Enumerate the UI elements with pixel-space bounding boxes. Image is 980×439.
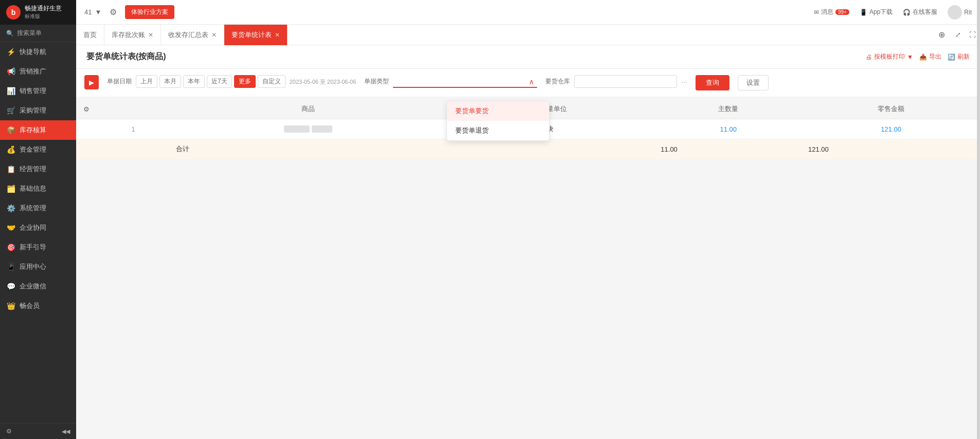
store-selector[interactable]: 41 ▼	[84, 8, 101, 16]
sidebar-item-finance[interactable]: 💰 资金管理	[0, 140, 76, 159]
sidebar-item-operations[interactable]: 📋 经营管理	[0, 159, 76, 179]
date-btn-custom[interactable]: 自定义	[258, 75, 286, 88]
tab-expand-btn[interactable]: ⊕	[932, 30, 951, 40]
date-btn-last-month[interactable]: 上月	[136, 75, 157, 88]
sidebar-item-label: 应用中心	[20, 262, 46, 271]
finance-icon: 💰	[6, 145, 15, 154]
date-filter-label: 单据日期	[107, 77, 132, 86]
date-btn-last-7-days[interactable]: 近7天	[207, 75, 232, 88]
sidebar-settings-icon[interactable]: ⚙	[6, 428, 12, 435]
header-right: ✉ 消息 99+ 📱 App下载 🎧 在线客服 Rit	[814, 5, 972, 20]
tab-collapse-btn[interactable]: ⤢	[951, 31, 965, 39]
message-label: 消息	[821, 8, 833, 16]
col-quantity-header: 主数量	[654, 99, 802, 119]
sidebar-item-label: 快捷导航	[20, 47, 46, 57]
warehouse-filter-group: 要货仓库 ···	[545, 75, 687, 88]
sidebar-item-marketing[interactable]: 📢 营销推广	[0, 62, 76, 81]
table-settings-icon[interactable]: ⚙	[83, 105, 90, 113]
tab-batch-account[interactable]: 库存批次账 ✕	[104, 25, 161, 45]
tab-collection-close[interactable]: ✕	[211, 31, 217, 39]
query-button[interactable]: 查询	[696, 75, 729, 90]
sales-icon: 📊	[6, 87, 15, 95]
page-content: 要货单统计表(按商品) 🖨 按模板打印 ▼ 📤 导出 🔄 刷新	[76, 45, 980, 439]
settings-button[interactable]: 设置	[738, 75, 769, 90]
user-name: Rit	[964, 9, 972, 16]
sidebar-item-system[interactable]: ⚙️ 系统管理	[0, 198, 76, 218]
type-filter-input[interactable]	[393, 75, 537, 88]
row-quantity-cell: 11.00	[654, 119, 802, 139]
date-btn-this-year[interactable]: 本年	[183, 75, 205, 88]
refresh-btn[interactable]: 🔄 刷新	[948, 52, 970, 61]
right-resize-handle[interactable]	[977, 0, 980, 439]
message-btn[interactable]: ✉ 消息 99+	[814, 8, 849, 16]
message-badge: 99+	[835, 9, 849, 15]
inventory-icon: 📦	[6, 126, 15, 134]
sidebar-nav: ⚡ 快捷导航 📢 营销推广 📊 销售管理 🛒 采购管理 📦 库存核算 💰 资金管…	[0, 42, 76, 423]
sidebar-item-label: 新手引导	[20, 243, 46, 252]
row-settings-cell	[76, 119, 97, 139]
trial-button[interactable]: 体验行业方案	[125, 5, 174, 19]
sidebar-item-enterprise[interactable]: 🤝 企业协同	[0, 218, 76, 237]
print-dropdown-icon: ▼	[907, 53, 913, 61]
app-download-label: App下载	[869, 8, 893, 16]
tab-order-stat-close[interactable]: ✕	[275, 31, 280, 39]
sidebar-item-guide[interactable]: 🎯 新手引导	[0, 237, 76, 257]
page-title: 要货单统计表(按商品)	[86, 51, 166, 62]
type-input-wrapper: ∧	[393, 75, 537, 88]
tab-batch-account-label: 库存批次账	[112, 30, 145, 40]
tab-order-stat[interactable]: 要货单统计表 ✕	[224, 25, 288, 45]
sidebar-item-inventory[interactable]: 📦 库存核算	[0, 120, 76, 140]
warehouse-more-btn[interactable]: ···	[681, 78, 687, 86]
sidebar-item-sales[interactable]: 📊 销售管理	[0, 81, 76, 101]
warehouse-filter-input[interactable]	[574, 75, 677, 88]
message-icon: ✉	[814, 9, 819, 16]
export-btn[interactable]: 📤 导出	[919, 52, 941, 61]
product-skeleton-1	[284, 125, 310, 133]
online-service-btn[interactable]: 🎧 在线客服	[903, 8, 937, 16]
store-dropdown-icon: ▼	[95, 8, 101, 16]
sidebar-item-label: 企业协同	[20, 223, 46, 232]
sidebar-item-wechat[interactable]: 💬 企业微信	[0, 277, 76, 296]
row-index-cell: 1	[97, 119, 170, 139]
tab-collection-summary[interactable]: 收发存汇总表 ✕	[161, 25, 224, 45]
app-download-btn[interactable]: 📱 App下载	[860, 8, 893, 16]
refresh-icon: 🔄	[948, 53, 955, 61]
sidebar: b 畅捷通好生意 标准版 🔍 搜索菜单 ⚡ 快捷导航 📢 营销推广 📊 销售管理…	[0, 0, 76, 439]
system-icon: ⚙️	[6, 204, 15, 212]
footer-label-cell: 合计	[170, 139, 446, 159]
sidebar-item-purchase[interactable]: 🛒 采购管理	[0, 101, 76, 120]
header-left: 41 ▼ ⚙ 体验行业方案	[84, 5, 174, 19]
type-dropdown-arrow[interactable]: ∧	[529, 78, 534, 86]
sidebar-item-basic-info[interactable]: 🗂️ 基础信息	[0, 179, 76, 198]
warehouse-filter-label: 要货仓库	[545, 77, 570, 86]
tab-home[interactable]: 首页	[76, 25, 104, 45]
date-filter-group: 单据日期 上月 本月 本年 近7天 更多 自定义 2023-05-06 至 20…	[107, 75, 356, 88]
tab-order-stat-label: 要货单统计表	[231, 30, 272, 40]
sidebar-search[interactable]: 🔍 搜索菜单	[0, 25, 76, 42]
sidebar-item-quick-nav[interactable]: ⚡ 快捷导航	[0, 42, 76, 62]
sidebar-item-label: 畅会员	[20, 301, 40, 310]
date-btn-this-month[interactable]: 本月	[159, 75, 181, 88]
sidebar-collapse-btn[interactable]: ◀◀	[62, 428, 70, 435]
tab-batch-account-close[interactable]: ✕	[148, 31, 153, 39]
sidebar-item-vip[interactable]: 👑 畅会员	[0, 296, 76, 316]
date-range-text: 2023-05-06 至 2023-06-06	[290, 78, 357, 86]
logo-name: 畅捷通好生意	[25, 5, 62, 13]
footer-row: 合计 11.00 121.00	[76, 139, 980, 159]
sidebar-item-app-center[interactable]: 📱 应用中心	[0, 257, 76, 277]
sidebar-logo: b 畅捷通好生意 标准版	[0, 0, 76, 25]
basic-info-icon: 🗂️	[6, 185, 15, 193]
date-btn-more[interactable]: 更多	[234, 75, 256, 88]
sidebar-search-label: 搜索菜单	[17, 29, 42, 38]
sidebar-item-label: 企业微信	[20, 282, 46, 291]
print-btn[interactable]: 🖨 按模板打印 ▼	[866, 52, 913, 61]
sidebar-item-label: 营销推广	[20, 67, 46, 76]
user-profile[interactable]: Rit	[948, 5, 972, 20]
filter-expand-btn[interactable]: ▶	[84, 75, 99, 89]
dropdown-item-1[interactable]: 要货单退货	[447, 121, 549, 140]
user-avatar	[948, 5, 962, 20]
tab-home-label: 首页	[83, 30, 97, 40]
sidebar-item-label: 基础信息	[20, 184, 46, 193]
dropdown-item-0[interactable]: 要货单要货	[447, 101, 549, 121]
header-settings-icon[interactable]: ⚙	[110, 7, 117, 17]
